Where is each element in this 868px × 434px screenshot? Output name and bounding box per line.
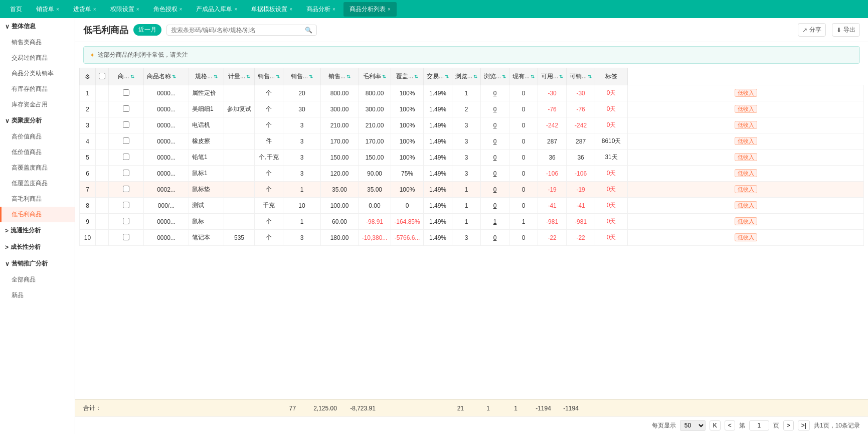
next-page-button[interactable]: > xyxy=(783,420,794,430)
cell-browse1[interactable]: 0 xyxy=(481,166,509,182)
cell-check[interactable] xyxy=(109,230,144,246)
col-current[interactable]: 现有...⇅ xyxy=(509,68,538,85)
cell-check[interactable] xyxy=(109,133,144,150)
close-icon[interactable]: × xyxy=(56,7,59,12)
cell-check[interactable] xyxy=(109,101,144,117)
cell-browse1[interactable]: 1 xyxy=(481,214,509,230)
col-available[interactable]: 可用...⇅ xyxy=(538,68,567,85)
col-trade[interactable]: 交易...⇅ xyxy=(424,68,452,85)
export-button[interactable]: ⬇ 导出 xyxy=(832,23,860,37)
row-checkbox[interactable] xyxy=(123,218,129,224)
cell-sales-profit: 210.00 xyxy=(359,117,391,133)
filter-recent-month-button[interactable]: 近一月 xyxy=(133,24,161,36)
close-icon[interactable]: × xyxy=(180,7,183,12)
cell-browse1[interactable]: 0 xyxy=(481,117,509,133)
last-page-button[interactable]: >| xyxy=(798,420,810,430)
row-checkbox[interactable] xyxy=(123,170,129,176)
col-sales-qty[interactable]: 销售...⇅ xyxy=(255,68,283,85)
nav-role-auth[interactable]: 角色授权 × xyxy=(147,2,189,17)
sidebar-item-high-value[interactable]: 高价值商品 xyxy=(0,129,75,144)
cell-check[interactable] xyxy=(109,214,144,230)
sidebar-item-traded-goods[interactable]: 交易过的商品 xyxy=(0,50,75,66)
sidebar-group-overall[interactable]: ∨ 整体信息 xyxy=(0,18,75,35)
cell-browse1[interactable]: 0 xyxy=(481,85,509,101)
sidebar-item-in-stock[interactable]: 有库存的商品 xyxy=(0,81,75,97)
close-icon[interactable]: × xyxy=(332,7,335,12)
sidebar-group-liquidity[interactable]: > 流通性分析 xyxy=(0,222,75,239)
share-button[interactable]: ↗ 分享 xyxy=(798,23,826,37)
cell-check[interactable] xyxy=(109,166,144,182)
first-page-button[interactable]: K xyxy=(710,420,721,430)
sidebar-item-low-coverage[interactable]: 低覆盖度商品 xyxy=(0,176,75,191)
cell-browse1[interactable]: 0 xyxy=(481,150,509,166)
nav-template-settings[interactable]: 单据模板设置 × xyxy=(245,2,298,17)
row-checkbox[interactable] xyxy=(123,186,129,192)
col-code[interactable]: 商...⇅ xyxy=(109,68,144,85)
cell-check[interactable] xyxy=(109,182,144,198)
close-icon[interactable]: × xyxy=(388,7,391,12)
sidebar-item-sales-goods[interactable]: 销售类商品 xyxy=(0,35,75,50)
sidebar-item-high-coverage[interactable]: 高覆盖度商品 xyxy=(0,160,75,176)
row-checkbox[interactable] xyxy=(123,154,129,160)
sidebar-group-growth[interactable]: > 成长性分析 xyxy=(0,239,75,255)
cell-browse1[interactable]: 0 xyxy=(481,101,509,117)
sidebar-item-high-margin[interactable]: 高毛利商品 xyxy=(0,191,75,207)
search-box[interactable]: 🔍 xyxy=(166,25,317,36)
col-spec[interactable]: 规格...⇅ xyxy=(189,68,224,85)
sidebar-item-low-margin[interactable]: 低毛利商品 xyxy=(0,207,75,222)
cell-browse1[interactable]: 0 xyxy=(481,133,509,150)
table-container[interactable]: ⚙ 商...⇅ 商品名称⇅ 规格...⇅ 计量...⇅ 销售...⇅ 销售...… xyxy=(75,68,868,399)
nav-product-storage[interactable]: 产成品入库单 × xyxy=(190,2,243,17)
row-checkbox[interactable] xyxy=(123,121,129,128)
col-name[interactable]: 商品名称⇅ xyxy=(144,68,189,85)
close-icon[interactable]: × xyxy=(289,7,292,12)
close-icon[interactable]: × xyxy=(234,7,237,12)
cell-check[interactable] xyxy=(109,198,144,214)
cell-sales-qty: 3 xyxy=(283,166,321,182)
row-checkbox[interactable] xyxy=(123,105,129,112)
search-input[interactable] xyxy=(171,27,302,34)
chevron-down-icon: ∨ xyxy=(5,260,10,267)
cell-browse1[interactable]: 0 xyxy=(481,230,509,246)
col-sellable[interactable]: 可销...⇅ xyxy=(567,68,595,85)
row-checkbox[interactable] xyxy=(123,234,129,240)
nav-home[interactable]: 首页 xyxy=(4,2,28,17)
sidebar-group-marketing[interactable]: ∨ 营销推广分析 xyxy=(0,255,75,272)
col-unit[interactable]: 计量...⇅ xyxy=(224,68,255,85)
row-checkbox[interactable] xyxy=(123,89,129,96)
select-all-checkbox[interactable] xyxy=(99,73,105,79)
cell-check[interactable] xyxy=(109,117,144,133)
cell-browse1[interactable]: 0 xyxy=(481,182,509,198)
col-check[interactable] xyxy=(96,68,109,85)
col-coverage[interactable]: 覆盖...⇅ xyxy=(391,68,424,85)
col-gross-rate[interactable]: 毛利率⇅ xyxy=(359,68,391,85)
cell-browse1[interactable]: 0 xyxy=(481,198,509,214)
col-settings[interactable]: ⚙ xyxy=(80,68,96,85)
sidebar-item-all-goods[interactable]: 全部商品 xyxy=(0,272,75,287)
col-sales-profit[interactable]: 销售...⇅ xyxy=(321,68,359,85)
nav-product-analysis-list[interactable]: 商品分析列表 × xyxy=(343,2,397,17)
nav-sales-order[interactable]: 销货单 × xyxy=(30,2,65,17)
close-icon[interactable]: × xyxy=(136,7,139,12)
sidebar-item-low-value[interactable]: 低价值商品 xyxy=(0,144,75,160)
row-checkbox[interactable] xyxy=(123,202,129,208)
nav-purchase-order[interactable]: 进货单 × xyxy=(67,2,102,17)
search-icon[interactable]: 🔍 xyxy=(305,27,312,34)
cell-check[interactable] xyxy=(109,150,144,166)
cell-check[interactable] xyxy=(109,85,144,101)
col-browse2[interactable]: 浏览...⇅ xyxy=(481,68,509,85)
col-browse1[interactable]: 浏览...⇅ xyxy=(452,68,481,85)
close-icon[interactable]: × xyxy=(93,7,96,12)
page-number-input[interactable] xyxy=(749,420,769,430)
row-checkbox[interactable] xyxy=(123,137,129,144)
per-page-select[interactable]: 50 100 xyxy=(680,420,706,431)
col-sales-amount[interactable]: 销售...⇅ xyxy=(283,68,321,85)
sidebar-item-new-goods[interactable]: 新品 xyxy=(0,287,75,303)
cell-row-num: 7 xyxy=(80,182,96,198)
sidebar-group-cluster[interactable]: ∨ 类聚度分析 xyxy=(0,112,75,129)
nav-product-analysis[interactable]: 商品分析 × xyxy=(300,2,341,17)
nav-permissions[interactable]: 权限设置 × xyxy=(104,2,145,17)
sidebar-item-stock-capital[interactable]: 库存资金占用 xyxy=(0,97,75,112)
sidebar-item-category-assist[interactable]: 商品分类助销率 xyxy=(0,66,75,81)
prev-page-button[interactable]: < xyxy=(725,420,735,430)
